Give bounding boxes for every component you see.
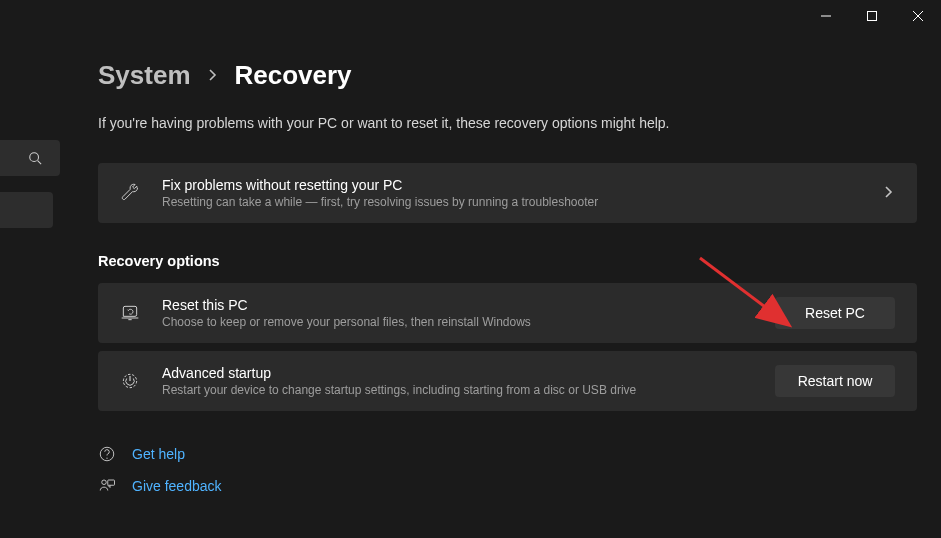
maximize-icon — [867, 11, 877, 21]
get-help-text: Get help — [132, 446, 185, 462]
advanced-startup-title: Advanced startup — [162, 365, 775, 381]
content-area: System Recovery If you're having problem… — [98, 60, 917, 509]
svg-point-4 — [30, 153, 39, 162]
page-subtitle: If you're having problems with your PC o… — [98, 115, 917, 131]
get-help-link[interactable]: Get help — [98, 445, 917, 463]
maximize-button[interactable] — [849, 0, 895, 32]
search-input[interactable] — [0, 140, 60, 176]
search-icon — [28, 151, 42, 165]
reset-pc-button[interactable]: Reset PC — [775, 297, 895, 329]
window-titlebar — [803, 0, 941, 32]
help-icon — [98, 445, 118, 463]
minimize-button[interactable] — [803, 0, 849, 32]
advanced-startup-desc: Restart your device to change startup se… — [162, 383, 775, 397]
feedback-icon — [98, 477, 118, 495]
sidebar — [0, 140, 65, 228]
svg-rect-1 — [868, 12, 877, 21]
fix-problems-title: Fix problems without resetting your PC — [162, 177, 883, 193]
svg-point-10 — [102, 480, 107, 485]
wrench-icon — [120, 183, 156, 203]
reset-pc-card: Reset this PC Choose to keep or remove y… — [98, 283, 917, 343]
reset-pc-icon — [120, 303, 156, 323]
fix-problems-card[interactable]: Fix problems without resetting your PC R… — [98, 163, 917, 223]
give-feedback-link[interactable]: Give feedback — [98, 477, 917, 495]
chevron-right-icon — [209, 67, 217, 85]
chevron-right-icon — [883, 184, 895, 202]
svg-line-5 — [38, 161, 42, 165]
section-recovery-options: Recovery options — [98, 253, 917, 269]
page-title: Recovery — [235, 60, 352, 91]
advanced-startup-card: Advanced startup Restart your device to … — [98, 351, 917, 411]
restart-now-button[interactable]: Restart now — [775, 365, 895, 397]
sidebar-item-system[interactable] — [0, 192, 53, 228]
breadcrumb-parent[interactable]: System — [98, 60, 191, 91]
footer-links: Get help Give feedback — [98, 445, 917, 495]
give-feedback-text: Give feedback — [132, 478, 222, 494]
power-settings-icon — [120, 371, 156, 391]
svg-point-9 — [106, 458, 107, 459]
breadcrumb: System Recovery — [98, 60, 917, 91]
fix-problems-desc: Resetting can take a while — first, try … — [162, 195, 883, 209]
minimize-icon — [821, 11, 831, 21]
reset-pc-desc: Choose to keep or remove your personal f… — [162, 315, 775, 329]
svg-rect-11 — [108, 480, 115, 485]
reset-pc-title: Reset this PC — [162, 297, 775, 313]
close-button[interactable] — [895, 0, 941, 32]
close-icon — [913, 11, 923, 21]
